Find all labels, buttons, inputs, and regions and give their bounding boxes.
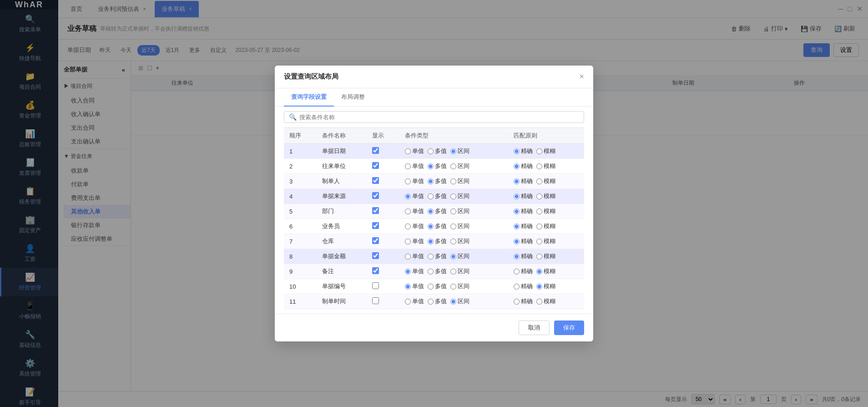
radio-input-match-exact-4[interactable] bbox=[514, 193, 520, 199]
dialog-save-button[interactable]: 保存 bbox=[554, 321, 584, 335]
type-radio-range-3[interactable]: 区间 bbox=[450, 177, 469, 185]
type-radio-range-11[interactable]: 区间 bbox=[450, 297, 469, 305]
match-radio-fuzzy-3[interactable]: 模糊 bbox=[536, 177, 555, 185]
radio-input-match-exact-3[interactable] bbox=[514, 178, 520, 184]
radio-input-match-fuzzy-11[interactable] bbox=[536, 299, 542, 305]
radio-input-match-fuzzy-9[interactable] bbox=[536, 269, 542, 275]
match-radio-fuzzy-11[interactable]: 模糊 bbox=[536, 297, 555, 305]
radio-input-match-exact-8[interactable] bbox=[514, 254, 520, 259]
radio-input-match-fuzzy-10[interactable] bbox=[536, 284, 542, 290]
radio-input-match-fuzzy-2[interactable] bbox=[536, 163, 542, 169]
type-radio-range-2[interactable]: 区间 bbox=[450, 162, 469, 170]
match-radio-exact-4[interactable]: 精确 bbox=[514, 192, 533, 200]
radio-input-match-fuzzy-5[interactable] bbox=[536, 209, 542, 214]
type-radio-multi-11[interactable]: 多值 bbox=[428, 297, 447, 305]
match-radio-fuzzy-2[interactable]: 模糊 bbox=[536, 162, 555, 170]
radio-input-type-multi-2[interactable] bbox=[428, 163, 434, 169]
type-radio-range-10[interactable]: 区间 bbox=[450, 282, 469, 290]
match-radio-fuzzy-6[interactable]: 模糊 bbox=[536, 222, 555, 230]
radio-input-type-single-11[interactable] bbox=[405, 299, 411, 305]
radio-input-match-exact-11[interactable] bbox=[514, 299, 520, 305]
show-checkbox-2[interactable] bbox=[372, 162, 379, 169]
radio-input-match-fuzzy-6[interactable] bbox=[536, 224, 542, 229]
type-radio-multi-6[interactable]: 多值 bbox=[428, 222, 447, 230]
match-radio-exact-9[interactable]: 精确 bbox=[514, 267, 533, 275]
match-radio-fuzzy-4[interactable]: 模糊 bbox=[536, 192, 555, 200]
match-radio-exact-5[interactable]: 精确 bbox=[514, 207, 533, 215]
type-radio-single-6[interactable]: 单值 bbox=[405, 222, 424, 230]
radio-input-type-single-9[interactable] bbox=[405, 269, 411, 275]
radio-input-type-multi-11[interactable] bbox=[428, 299, 434, 305]
match-radio-fuzzy-8[interactable]: 模糊 bbox=[536, 252, 555, 260]
type-radio-single-7[interactable]: 单值 bbox=[405, 237, 424, 245]
radio-input-type-single-8[interactable] bbox=[405, 254, 411, 259]
radio-input-match-exact-2[interactable] bbox=[514, 163, 520, 169]
type-radio-multi-1[interactable]: 多值 bbox=[428, 147, 447, 155]
type-radio-single-4[interactable]: 单值 bbox=[405, 192, 424, 200]
type-radio-range-4[interactable]: 区间 bbox=[450, 192, 469, 200]
type-radio-single-11[interactable]: 单值 bbox=[405, 297, 424, 305]
type-radio-single-5[interactable]: 单值 bbox=[405, 207, 424, 215]
radio-input-match-exact-10[interactable] bbox=[514, 284, 520, 290]
match-radio-fuzzy-7[interactable]: 模糊 bbox=[536, 237, 555, 245]
radio-input-type-range-4[interactable] bbox=[450, 193, 456, 199]
radio-input-type-single-4[interactable] bbox=[405, 193, 411, 199]
radio-input-type-range-8[interactable] bbox=[450, 254, 456, 259]
type-radio-range-8[interactable]: 区间 bbox=[450, 252, 469, 260]
match-radio-fuzzy-10[interactable]: 模糊 bbox=[536, 282, 555, 290]
radio-input-type-range-2[interactable] bbox=[450, 163, 456, 169]
match-radio-exact-2[interactable]: 精确 bbox=[514, 162, 533, 170]
show-checkbox-10[interactable] bbox=[372, 282, 379, 289]
type-radio-single-10[interactable]: 单值 bbox=[405, 282, 424, 290]
radio-input-type-multi-6[interactable] bbox=[428, 224, 434, 229]
match-radio-exact-1[interactable]: 精确 bbox=[514, 147, 533, 155]
radio-input-match-fuzzy-1[interactable] bbox=[536, 148, 542, 154]
radio-input-match-exact-6[interactable] bbox=[514, 224, 520, 229]
match-radio-exact-3[interactable]: 精确 bbox=[514, 177, 533, 185]
type-radio-range-1[interactable]: 区间 bbox=[450, 147, 469, 155]
type-radio-range-9[interactable]: 区间 bbox=[450, 267, 469, 275]
type-radio-multi-5[interactable]: 多值 bbox=[428, 207, 447, 215]
radio-input-type-range-11[interactable] bbox=[450, 299, 456, 305]
show-checkbox-4[interactable] bbox=[372, 192, 379, 199]
show-checkbox-11[interactable] bbox=[372, 297, 379, 304]
radio-input-match-fuzzy-8[interactable] bbox=[536, 254, 542, 259]
match-radio-exact-8[interactable]: 精确 bbox=[514, 252, 533, 260]
match-radio-fuzzy-1[interactable]: 模糊 bbox=[536, 147, 555, 155]
show-checkbox-6[interactable] bbox=[372, 222, 379, 229]
match-radio-fuzzy-9[interactable]: 模糊 bbox=[536, 267, 555, 275]
type-radio-multi-7[interactable]: 多值 bbox=[428, 237, 447, 245]
type-radio-single-2[interactable]: 单值 bbox=[405, 162, 424, 170]
radio-input-type-multi-10[interactable] bbox=[428, 284, 434, 290]
match-radio-exact-11[interactable]: 精确 bbox=[514, 297, 533, 305]
radio-input-type-multi-5[interactable] bbox=[428, 209, 434, 214]
show-checkbox-5[interactable] bbox=[372, 207, 379, 214]
radio-input-match-fuzzy-3[interactable] bbox=[536, 178, 542, 184]
radio-input-type-multi-8[interactable] bbox=[428, 254, 434, 259]
tab-fields[interactable]: 查询字段设置 bbox=[284, 88, 334, 107]
tab-layout[interactable]: 布局调整 bbox=[334, 88, 372, 107]
show-checkbox-7[interactable] bbox=[372, 237, 379, 244]
radio-input-type-single-2[interactable] bbox=[405, 163, 411, 169]
cancel-button[interactable]: 取消 bbox=[519, 321, 550, 335]
type-radio-single-8[interactable]: 单值 bbox=[405, 252, 424, 260]
match-radio-exact-10[interactable]: 精确 bbox=[514, 282, 533, 290]
show-checkbox-1[interactable] bbox=[372, 147, 379, 154]
radio-input-type-multi-7[interactable] bbox=[428, 239, 434, 244]
radio-input-type-single-3[interactable] bbox=[405, 178, 411, 184]
radio-input-type-multi-1[interactable] bbox=[428, 148, 434, 154]
type-radio-multi-2[interactable]: 多值 bbox=[428, 162, 447, 170]
radio-input-match-exact-9[interactable] bbox=[514, 269, 520, 275]
type-radio-multi-10[interactable]: 多值 bbox=[428, 282, 447, 290]
dialog-close-button[interactable]: × bbox=[579, 72, 584, 81]
radio-input-match-exact-5[interactable] bbox=[514, 209, 520, 214]
radio-input-type-range-7[interactable] bbox=[450, 239, 456, 244]
radio-input-type-range-3[interactable] bbox=[450, 178, 456, 184]
match-radio-fuzzy-5[interactable]: 模糊 bbox=[536, 207, 555, 215]
radio-input-type-range-1[interactable] bbox=[450, 148, 456, 154]
match-radio-exact-7[interactable]: 精确 bbox=[514, 237, 533, 245]
radio-input-match-fuzzy-7[interactable] bbox=[536, 239, 542, 244]
type-radio-single-1[interactable]: 单值 bbox=[405, 147, 424, 155]
type-radio-multi-3[interactable]: 多值 bbox=[428, 177, 447, 185]
radio-input-match-fuzzy-4[interactable] bbox=[536, 193, 542, 199]
